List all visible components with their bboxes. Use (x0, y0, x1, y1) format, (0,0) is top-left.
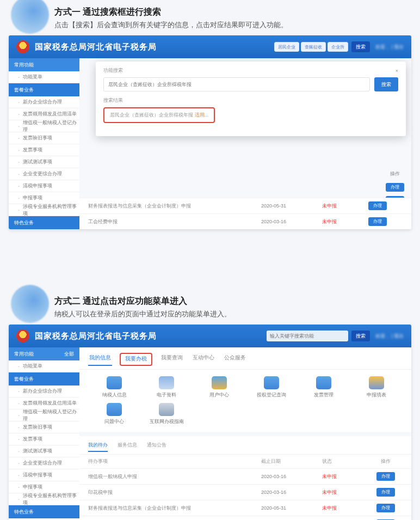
sidebar-item[interactable]: 增值税一般纳税人登记办理 (9, 120, 79, 132)
tab[interactable]: 公众服务 (223, 353, 247, 366)
sidebar-item[interactable]: 测试测试事项 (9, 156, 79, 168)
chip[interactable]: 企业所 (328, 42, 348, 52)
sidebar-group[interactable]: 套餐业务 (9, 372, 79, 386)
action-button[interactable]: 办理 (368, 217, 387, 226)
sidebar-item[interactable]: 发票事项 (9, 144, 79, 156)
col-header: 截止日期 (252, 455, 313, 469)
sidebar-group[interactable]: 常用功能全部 (9, 347, 79, 360)
tile-icon (316, 376, 331, 389)
action-button[interactable]: 办理 (386, 183, 404, 192)
tile-icon (264, 376, 279, 389)
search-modal: 功能搜索 × 搜索 搜索结果 居民企业（查账征收）企业所得税年报 适用... (96, 62, 406, 136)
header-chips: 居民企业 查账征收 企业所 (274, 42, 348, 52)
action-button[interactable]: 办理 (376, 504, 395, 512)
feature-tile[interactable]: 申报填表 (351, 376, 402, 399)
tax-logo-icon (16, 329, 29, 342)
action-button[interactable]: 办理 (376, 472, 395, 481)
sidebar-group[interactable]: 常用功能 (9, 58, 79, 71)
sidebar-item[interactable]: 发票事项 (9, 433, 79, 445)
section1-desc: 点击【搜索】后会查询到所有关键字的信息，点击对应结果即可进入功能。 (54, 20, 411, 30)
subtab[interactable]: 我的待办 (88, 442, 108, 452)
feature-tile[interactable]: 互联网办税指南 (141, 403, 192, 425)
tab[interactable]: 我的信息 (88, 353, 112, 366)
sidebar-item[interactable]: 涉税专业服务机构管理事项 (9, 493, 79, 505)
feature-tile[interactable]: 纳税人信息 (89, 376, 139, 399)
todo-table: 待办事项 截止日期 状态 操作 增值税一般纳税人申报2020-03-16 未申报… (79, 454, 411, 520)
modal-search-button[interactable]: 搜索 (374, 77, 398, 91)
header-user: 欢迎， | 退出 (375, 44, 404, 51)
col-header: 状态 (313, 455, 360, 469)
screenshot-2: 国家税务总局河北省电子税务局 搜索 欢迎， | 退出 常用功能全部 功能菜单 套… (9, 325, 411, 520)
tile-icon (369, 376, 384, 389)
sidebar-item[interactable]: 发票验旧事项 (9, 421, 79, 433)
table-row: 财务报表报送与信息采集（企业会计制度）申报2020-05-31 未申报 办理 (79, 500, 411, 516)
col-header: 操作 (379, 167, 411, 181)
action-button[interactable]: 办理 (368, 201, 387, 210)
tab[interactable]: 我要查询 (160, 353, 184, 366)
close-icon[interactable]: × (396, 68, 398, 74)
col-header: 操作 (360, 455, 411, 469)
sidebar-item[interactable]: 新办企业综合办理 (9, 96, 79, 108)
tile-icon (107, 376, 122, 389)
col-header: 待办事项 (79, 455, 252, 469)
modal-title: 功能搜索 (103, 67, 123, 74)
tab[interactable]: 互动中心 (192, 353, 215, 366)
modal-search-input[interactable] (103, 77, 370, 91)
modal-search-result[interactable]: 居民企业（查账征收）企业所得税年报 适用... (103, 107, 215, 123)
sidebar-item[interactable]: 企业变更综合办理 (9, 168, 79, 180)
sidebar-item[interactable]: 涉税专业服务机构管理事项 (9, 204, 79, 216)
feature-tile[interactable]: 用户中心 (194, 376, 244, 399)
tile-icon (212, 376, 227, 389)
tile-icon (107, 403, 122, 416)
feature-grid: 纳税人信息 电子资料 用户中心 授权登记查询 发票管理 申报填表 问题中心 互联… (79, 370, 411, 432)
table-row: 工会经费申报2020-03-16 未申报 办理 (79, 214, 411, 230)
sidebar-item[interactable]: 新办企业综合办理 (9, 386, 79, 397)
sidebar-item[interactable]: 发票验旧事项 (9, 132, 79, 144)
chip[interactable]: 查账征收 (301, 42, 326, 52)
feature-tile[interactable]: 问题中心 (89, 403, 139, 425)
tile-icon (159, 403, 174, 416)
header-user: 欢迎， | 退出 (375, 333, 404, 340)
tab-highlighted[interactable]: 我要办税 (120, 353, 152, 366)
decorative-circle (11, 285, 49, 323)
feature-tile[interactable]: 授权登记查询 (246, 376, 297, 399)
sidebar-item[interactable]: 清税申报事项 (9, 180, 79, 192)
feature-tile[interactable]: 发票管理 (299, 376, 349, 399)
section2-desc: 纳税人可以在登录后的页面中通过对应的功能菜单进入。 (54, 309, 411, 319)
sidebar-group[interactable]: 套餐业务 (9, 83, 79, 96)
sidebar-item[interactable]: 功能菜单 (9, 360, 79, 372)
sidebar: 常用功能全部 功能菜单 套餐业务 新办企业综合办理 发票领用领发及信用清单 增值… (9, 347, 79, 520)
sidebar-group[interactable]: 特色业务 (9, 505, 79, 518)
app-title: 国家税务总局河北省电子税务局 (35, 331, 267, 341)
main-tabs: 我的信息 我要办税 我要查询 互动中心 公众服务 (79, 347, 411, 370)
tile-icon (159, 376, 174, 389)
section2-title: 方式二 通过点击对应功能菜单进入 (54, 296, 411, 307)
action-button[interactable]: 办理 (376, 488, 395, 497)
app-title: 国家税务总局河北省电子税务局 (35, 42, 274, 52)
feature-tile[interactable]: 电子资料 (141, 376, 192, 399)
table-row: 工会经费申报2020-03-16 未申报 办理 (79, 516, 411, 521)
sidebar-group[interactable]: 特色业务 (9, 216, 79, 229)
header-search-button[interactable]: 搜索 (351, 331, 370, 341)
tax-logo-icon (16, 40, 29, 53)
sidebar-item[interactable]: 增值税一般纳税人登记办理 (9, 409, 79, 421)
subtab[interactable]: 服务信息 (118, 442, 137, 452)
header-search-input[interactable] (267, 331, 348, 341)
app-header: 国家税务总局河北省电子税务局 居民企业 查账征收 企业所 搜索 欢迎， | 退出 (9, 35, 411, 58)
table-row: 增值税一般纳税人申报2020-03-16 未申报 办理 (79, 469, 411, 485)
chip[interactable]: 居民企业 (274, 42, 299, 52)
table-row: 印花税申报2020-03-16 未申报 办理 (79, 485, 411, 500)
screenshot-1: 国家税务总局河北省电子税务局 居民企业 查账征收 企业所 搜索 欢迎， | 退出… (9, 35, 411, 229)
sidebar: 常用功能 功能菜单 套餐业务 新办企业综合办理 发票领用领发及信用清单 增值税一… (9, 58, 79, 229)
header-search-button[interactable]: 搜索 (351, 41, 370, 52)
subtab[interactable]: 通知公告 (147, 442, 166, 452)
table-row: 财务报表报送与信息采集（企业会计制度）申报2020-05-31 未申报 办理 (79, 198, 411, 214)
app-header: 国家税务总局河北省电子税务局 搜索 欢迎， | 退出 (9, 325, 411, 347)
sidebar-item[interactable]: 清税申报事项 (9, 469, 79, 481)
modal-result-label: 搜索结果 (103, 97, 398, 104)
sidebar-item[interactable]: 测试测试事项 (9, 445, 79, 457)
sidebar-item[interactable]: 企业变更综合办理 (9, 457, 79, 469)
sidebar-item[interactable]: 功能菜单 (9, 71, 79, 83)
sub-tabs: 我的待办 服务信息 通知公告 (79, 436, 411, 454)
decorative-circle (11, 0, 49, 34)
